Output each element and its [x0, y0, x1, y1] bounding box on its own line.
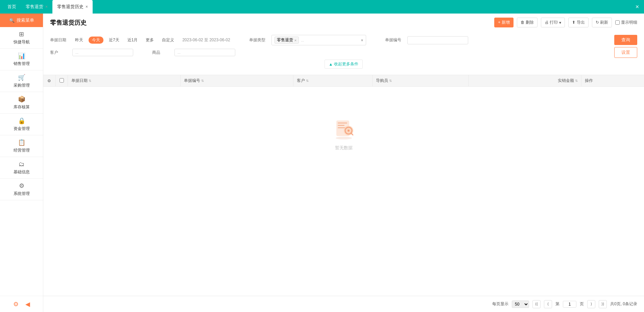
collapse-sidebar-icon[interactable]: ◀ [25, 300, 30, 308]
tab-retail-return-history-label: 零售退货历史 [57, 4, 84, 10]
svg-point-0 [336, 137, 352, 139]
tab-retail-return[interactable]: 零售退货 × [21, 0, 52, 14]
window-close-button[interactable]: × [632, 1, 643, 12]
customer-input-dots: ... [75, 50, 78, 54]
date-range-display: 2023-06-02 至 2023-06-02 [182, 37, 230, 43]
table-body: 暂无数据 [43, 87, 644, 178]
sort-date-icon[interactable]: ⇅ [89, 79, 91, 83]
operations-icon: 📋 [18, 139, 25, 146]
delete-label: 🗑 删除 [521, 20, 534, 25]
sidebar-item-quicknav[interactable]: ⊞ 快捷导航 [0, 27, 43, 49]
sidebar-item-purchase[interactable]: 🛒 采购管理 [0, 70, 43, 92]
data-table: ⚙ 单据日期 ⇅ 单据编号 [43, 75, 644, 178]
type-filter-select[interactable]: 零售退货 × ... ▾ [271, 35, 366, 45]
page-size-select[interactable]: 50 20 100 [512, 300, 529, 308]
sidebar-item-system-label: 系统管理 [14, 191, 30, 197]
th-checkbox[interactable] [55, 75, 68, 87]
sidebar-search[interactable]: 🔍 搜索菜单 [0, 14, 43, 27]
th-date: 单据日期 ⇅ [68, 75, 181, 87]
set-button[interactable]: 设置 [614, 47, 637, 58]
print-dropdown-icon: ▾ [559, 20, 561, 25]
tab-home[interactable]: 首页 [3, 0, 21, 14]
sidebar-item-system[interactable]: ⚙ 系统管理 [0, 179, 43, 200]
query-button[interactable]: 查询 [614, 35, 637, 45]
last-page-button[interactable]: ⟩⟩ [599, 300, 607, 308]
purchase-icon: 🛒 [18, 74, 25, 81]
tab-home-label: 首页 [7, 4, 16, 10]
next-page-button[interactable]: ⟩ [587, 300, 595, 308]
th-customer-label: 客户 [297, 78, 305, 84]
refresh-label: ↻ 刷新 [596, 20, 608, 25]
export-button[interactable]: ⬆ 导出 [568, 18, 588, 27]
empty-illustration [330, 114, 357, 141]
settings-icon[interactable]: ⚙ [47, 79, 51, 83]
toolbar: + 新增 🗑 删除 🖨 打印 ▾ ⬆ 导出 ↻ 刷新 [494, 18, 637, 27]
select-all-checkbox[interactable] [59, 78, 64, 83]
th-guide-label: 导购员 [376, 78, 388, 84]
date-btn-yesterday[interactable]: 昨天 [72, 37, 86, 44]
page-title: 零售退货历史 [50, 19, 87, 27]
th-guide: 导购员 ⇅ [373, 75, 469, 87]
first-page-button[interactable]: ⟨⟨ [532, 300, 541, 308]
type-filter-label: 单据类型 [249, 37, 266, 43]
show-detail-checkbox[interactable] [615, 20, 620, 25]
main-layout: 🔍 搜索菜单 ⊞ 快捷导航 📊 销售管理 🛒 采购管理 📦 库存核算 🔒 资金管… [0, 14, 644, 312]
sort-customer-icon[interactable]: ⇅ [306, 79, 309, 83]
sort-voucher-icon[interactable]: ⇅ [201, 79, 204, 83]
sidebar-item-finance[interactable]: 🔒 资金管理 [0, 114, 43, 135]
show-detail-toggle[interactable]: 显示明细 [615, 20, 637, 25]
page-word2: 页 [580, 301, 584, 307]
th-settings[interactable]: ⚙ [43, 75, 55, 87]
th-voucher: 单据编号 ⇅ [181, 75, 293, 87]
prev-page-button[interactable]: ⟨ [544, 300, 552, 308]
date-btn-today[interactable]: 今天 [89, 37, 103, 44]
sort-amount-icon[interactable]: ⇅ [575, 79, 578, 83]
tab-retail-return-history-close[interactable]: × [86, 4, 88, 9]
refresh-button[interactable]: ↻ 刷新 [592, 18, 612, 27]
voucher-filter-label: 单据编号 [385, 37, 402, 43]
print-button[interactable]: 🖨 打印 ▾ [541, 18, 565, 27]
sidebar-item-finance-label: 资金管理 [14, 126, 30, 132]
tab-retail-return-history[interactable]: 零售退货历史 × [52, 0, 93, 14]
date-btn-7days[interactable]: 近7天 [106, 37, 122, 44]
type-tag-remove[interactable]: × [294, 38, 296, 42]
type-tag: 零售退货 × [275, 37, 299, 44]
th-amount-label: 实销金额 [558, 78, 574, 84]
tab-retail-return-close[interactable]: × [45, 4, 48, 9]
type-input-dots: ... [301, 38, 304, 42]
type-tag-value: 零售退货 [277, 37, 293, 43]
query-set-group: 查询 设置 [614, 35, 637, 58]
collapse-filter-button[interactable]: ▲ 收起更多条件 [325, 60, 363, 69]
sales-icon: 📊 [18, 52, 25, 60]
date-btn-1month[interactable]: 近1月 [125, 37, 141, 44]
page-title-row: 零售退货历史 + 新增 🗑 删除 🖨 打印 ▾ ⬆ 导出 [50, 18, 637, 27]
sidebar-item-inventory[interactable]: 📦 库存核算 [0, 92, 43, 114]
delete-button[interactable]: 🗑 删除 [517, 18, 538, 27]
content-area: 零售退货历史 + 新增 🗑 删除 🖨 打印 ▾ ⬆ 导出 [43, 14, 644, 312]
sort-guide-icon[interactable]: ⇅ [389, 79, 392, 83]
date-btn-more[interactable]: 更多 [143, 37, 157, 44]
new-button[interactable]: + 新增 [494, 18, 513, 27]
export-label: ⬆ 导出 [572, 20, 585, 25]
settings-bottom-icon[interactable]: ⚙ [13, 300, 19, 308]
collapse-filter-label: 收起更多条件 [334, 61, 358, 67]
sidebar-item-basic-info[interactable]: 🗂 基础信息 [0, 157, 43, 179]
filter-area: 单据日期 昨天 今天 近7天 近1月 更多 自定义 2023-06-02 至 2… [50, 31, 637, 75]
print-label: 🖨 打印 [545, 20, 558, 25]
filter-row-1: 单据日期 昨天 今天 近7天 近1月 更多 自定义 2023-06-02 至 2… [50, 35, 607, 45]
filter-row-2: 客户 ... 商品 ... [50, 49, 607, 56]
page-number-input[interactable] [563, 301, 576, 308]
table-header-row: ⚙ 单据日期 ⇅ 单据编号 [43, 75, 644, 87]
voucher-filter-input[interactable] [407, 36, 468, 44]
goods-filter-label: 商品 [152, 50, 169, 55]
sidebar-item-sales[interactable]: 📊 销售管理 [0, 49, 43, 70]
goods-filter-select[interactable]: ... [174, 49, 235, 56]
date-btn-custom[interactable]: 自定义 [159, 37, 177, 44]
top-bar: 首页 零售退货 × 零售退货历史 × × [0, 0, 644, 14]
system-icon: ⚙ [19, 182, 24, 190]
customer-filter-select[interactable]: ... [72, 49, 133, 56]
sidebar-item-purchase-label: 采购管理 [14, 83, 30, 88]
sidebar-item-operations-label: 经营管理 [14, 148, 30, 153]
sidebar-item-operations[interactable]: 📋 经营管理 [0, 135, 43, 157]
th-amount: 实销金额 ⇅ [468, 75, 581, 87]
